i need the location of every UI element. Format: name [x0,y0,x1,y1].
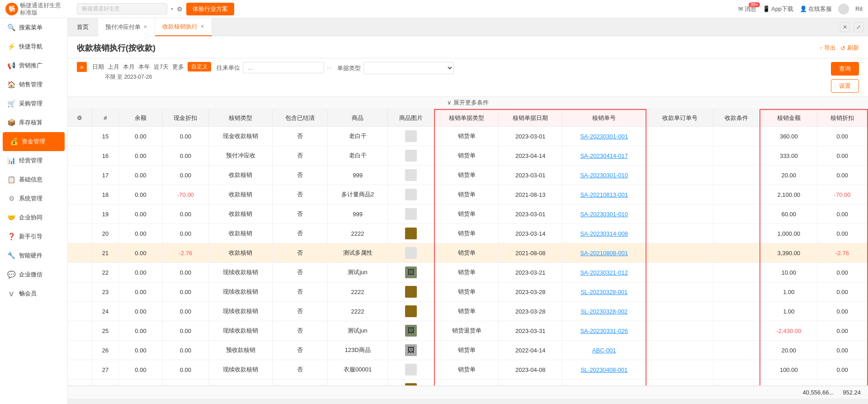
sidebar-item-guide[interactable]: ❓ 新手引导 [0,227,67,246]
messages-btn[interactable]: ✉ 消息 99+ [738,5,756,13]
tab-close-window-btn[interactable]: ✕ [840,22,850,32]
bottom-scrollbar[interactable] [68,399,868,404]
filter-settings-btn[interactable]: 设置 [831,79,859,93]
row-verify-doc-no[interactable]: SA-20210813-001 [562,185,646,204]
row-settings [68,282,92,302]
doc-type-select[interactable] [363,62,454,74]
row-verify-doc-no[interactable]: SA-20230301-001 [562,127,646,146]
row-verify-amount: 100.00 [760,360,817,380]
row-product-img [388,380,434,386]
row-verify-doc-type: 销货单 [434,243,499,263]
partner-input[interactable] [243,62,324,73]
sidebar-item-corp[interactable]: 🤝 企业协同 [0,208,67,227]
row-product-img: 🖼 [388,341,434,360]
row-verify-doc-no[interactable]: SL-20230328-001 [562,282,646,302]
col-settings-icon: ⚙ [77,114,82,121]
row-settings [68,263,92,282]
row-included: 否 [273,302,328,321]
basic-icon: 📋 [7,176,15,184]
row-verify-doc-date: 2023-03-01 [499,166,562,185]
sidebar: 🔍 搜索菜单 ⚡ 快捷导航 📢 营销推广 🏠 销售管理 🛒 采购管理 📦 库存核… [0,18,68,404]
expand-more-btn[interactable]: ∨ 展开更多条件 [447,99,488,107]
product-image [405,228,417,239]
row-receipt-condition [713,127,760,146]
row-num: 28 [92,380,118,386]
sidebar-item-wechat[interactable]: 💬 企业微信 [0,265,67,284]
sidebar-item-system[interactable]: ⚙ 系统管理 [0,189,67,208]
row-verify-doc-type: 销货退货单 [434,321,499,341]
row-verify-doc-no[interactable]: SL-20230408-001 [562,360,646,380]
row-included: 否 [273,341,328,360]
message-icon: ✉ [738,5,743,12]
row-verify-doc-no[interactable]: SA-20230301-010 [562,166,646,185]
row-verify-amount: 1.00 [760,282,817,302]
row-verify-doc-no[interactable]: SL-20230328-002 [562,302,646,321]
sidebar-item-sales[interactable]: 🏠 销售管理 [0,75,67,94]
col-verify-discount: 核销折扣 [817,109,868,127]
trial-btn[interactable]: 体验行业方案 [186,3,234,15]
sidebar-item-marketing[interactable]: 📢 营销推广 [0,56,67,75]
tab-home[interactable]: 首页 [68,18,98,36]
date-option-last-month[interactable]: 上月 [108,63,119,71]
date-option-this-month[interactable]: 本月 [123,63,135,71]
row-product: 2222 [327,282,388,302]
sidebar-item-purchase[interactable]: 🛒 采购管理 [0,94,67,113]
hardware-icon: 🔧 [7,252,15,260]
dropdown-arrow-icon[interactable]: ▾ [171,6,173,11]
online-service-label: 在线客服 [808,5,832,13]
query-btn[interactable]: 查询 [831,62,859,76]
date-option-7days[interactable]: 近7天 [154,63,169,71]
sidebar-item-search[interactable]: 🔍 搜索菜单 [0,18,67,37]
footer-verify-amount-total: 40,556,66... [803,389,834,396]
row-cash-discount: -2.76 [162,243,208,263]
row-product-img [388,127,434,146]
row-verify-doc-type: 销货单 [434,166,499,185]
user-avatar[interactable] [838,4,849,14]
row-verify-type: 收款核销 [209,243,273,263]
row-verify-doc-date: 2023-04-14 [499,146,562,166]
prepay-tab-close-icon[interactable]: ✕ [143,24,147,30]
row-verify-doc-no[interactable]: SA-20230414-017 [562,146,646,166]
service-icon: 👤 [800,5,807,12]
row-verify-doc-no[interactable]: ABC-001 [562,341,646,360]
table-header: ⚙ # 余额 现金折扣 核销类型 包含已结清 商品 商品图片 核销单据类型 核销… [68,109,868,127]
refresh-btn[interactable]: ↺ 刷新 [840,44,859,52]
row-cash-discount: 0.00 [162,263,208,282]
row-verify-doc-no[interactable]: SA-20230331-026 [562,321,646,341]
product-image: 🖼 [405,325,417,337]
sidebar-item-member[interactable]: V 畅会员 [0,284,67,303]
row-verify-type: 收款核销 [209,224,273,243]
row-verify-doc-no[interactable]: SA-20230314-008 [562,224,646,243]
expand-icon: ∨ [447,99,452,106]
row-verify-doc-no[interactable]: SA-20230301-010 [562,204,646,224]
sidebar-item-finance[interactable]: 💰 资金管理 [3,132,65,151]
date-option-this-year[interactable]: 本年 [138,63,150,71]
tab-maximize-btn[interactable]: ⤢ [854,22,863,32]
row-cash-discount: 0.00 [162,341,208,360]
col-verify-amount: 核销金额 [760,109,817,127]
row-product: 老白干 [327,146,388,166]
sidebar-item-inventory[interactable]: 📦 库存核算 [0,113,67,132]
verify-discount-total-value: 952.24 [843,389,861,396]
row-verify-doc-no[interactable]: SA-20230321-012 [562,263,646,282]
sidebar-item-business[interactable]: 📊 经营管理 [0,151,67,170]
tab-prepay[interactable]: 预付冲应付单 ✕ [98,18,155,36]
online-service-btn[interactable]: 👤 在线客服 [800,5,832,13]
row-verify-doc-no[interactable]: SL-20230418-001 [562,380,646,386]
sidebar-item-basic[interactable]: 📋 基础信息 [0,170,67,189]
sidebar-item-quicknav[interactable]: ⚡ 快捷导航 [0,37,67,56]
col-settings[interactable]: ⚙ [68,109,92,127]
sidebar-item-hardware[interactable]: 🔧 智能硬件 [0,246,67,265]
collection-tab-label: 收款核销执行 [162,23,198,31]
app-download-btn[interactable]: 📱 App下载 [763,5,793,13]
row-verify-doc-no[interactable]: SA-20210808-001 [562,243,646,263]
settings-icon[interactable]: ⚙ [177,5,183,13]
export-btn[interactable]: ↑ 导出 [820,44,836,52]
row-verify-doc-date: 2022-04-14 [499,341,562,360]
row-product: 衣服00001 [327,360,388,380]
collection-tab-close-icon[interactable]: ✕ [200,24,204,29]
tab-collection[interactable]: 收款核销执行 ✕ [155,18,212,36]
date-option-more[interactable]: 更多 [172,63,184,71]
filter-toggle-btn[interactable]: » [77,62,87,72]
date-custom-btn[interactable]: 自定义 [188,62,211,71]
